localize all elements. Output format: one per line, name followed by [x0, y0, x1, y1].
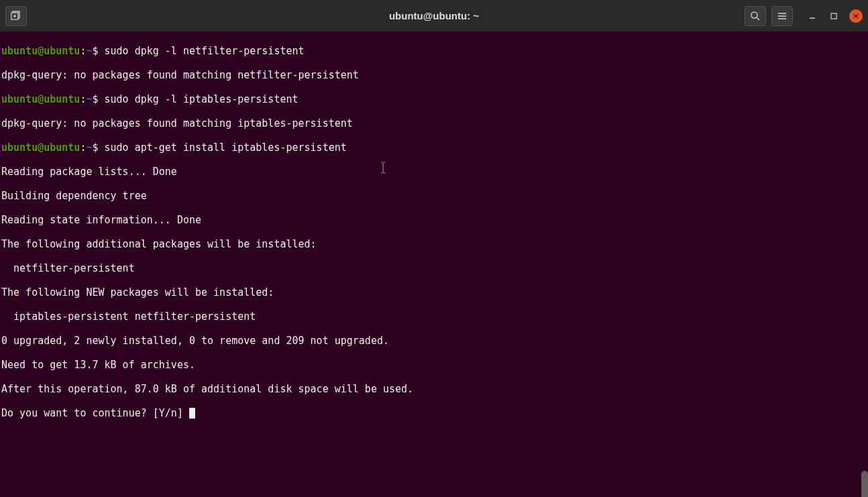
minimize-icon: [808, 12, 816, 20]
svg-point-1: [751, 12, 757, 18]
prompt-user: ubuntu@ubuntu: [1, 93, 80, 105]
maximize-icon: [830, 12, 838, 20]
new-tab-icon: [11, 11, 21, 21]
window-controls: [806, 9, 863, 23]
terminal-line: ubuntu@ubuntu:~$ sudo dpkg -l iptables-p…: [1, 93, 867, 105]
prompt-user: ubuntu@ubuntu: [1, 142, 80, 154]
terminal-line: ubuntu@ubuntu:~$ sudo dpkg -l netfilter-…: [1, 45, 867, 57]
prompt-symbol: $: [92, 93, 98, 105]
prompt-symbol: $: [92, 142, 98, 154]
command-text: sudo dpkg -l iptables-persistent: [99, 93, 299, 105]
terminal-prompt-line: Do you want to continue? [Y/n]: [1, 407, 867, 419]
titlebar-controls: [745, 6, 863, 26]
new-tab-button[interactable]: [5, 6, 27, 26]
terminal-output: Building dependency tree: [1, 190, 867, 202]
prompt-symbol: $: [92, 45, 98, 57]
close-icon: [853, 13, 859, 19]
terminal-output: The following additional packages will b…: [1, 238, 867, 250]
close-button[interactable]: [849, 9, 863, 23]
terminal-output: iptables-persistent netfilter-persistent: [1, 311, 867, 323]
terminal-output: Reading package lists... Done: [1, 166, 867, 178]
svg-line-2: [757, 17, 759, 20]
window-title: ubuntu@ubuntu: ~: [389, 10, 479, 21]
titlebar: ubuntu@ubuntu: ~: [0, 0, 868, 32]
terminal-output: 0 upgraded, 2 newly installed, 0 to remo…: [1, 335, 867, 347]
svg-rect-7: [831, 13, 836, 19]
scrollbar-thumb[interactable]: [861, 471, 868, 497]
search-icon: [750, 11, 761, 21]
terminal-output: netfilter-persistent: [1, 262, 867, 274]
hamburger-menu-button[interactable]: [771, 6, 793, 26]
terminal-output: Need to get 13.7 kB of archives.: [1, 359, 867, 371]
terminal-output: Do you want to continue? [Y/n]: [1, 407, 189, 419]
terminal-line: ubuntu@ubuntu:~$ sudo apt-get install ip…: [1, 142, 867, 154]
minimize-button[interactable]: [806, 10, 818, 22]
search-button[interactable]: [745, 6, 766, 26]
terminal-output: dpkg-query: no packages found matching i…: [1, 117, 867, 129]
terminal-output: dpkg-query: no packages found matching n…: [1, 69, 867, 81]
terminal-output: After this operation, 87.0 kB of additio…: [1, 383, 867, 395]
hamburger-icon: [777, 11, 788, 21]
maximize-button[interactable]: [828, 10, 840, 22]
command-text: sudo apt-get install iptables-persistent: [99, 142, 347, 154]
terminal-output: Reading state information... Done: [1, 214, 867, 226]
terminal-area[interactable]: ubuntu@ubuntu:~$ sudo dpkg -l netfilter-…: [0, 32, 868, 497]
prompt-user: ubuntu@ubuntu: [1, 45, 80, 57]
command-text: sudo dpkg -l netfilter-persistent: [99, 45, 305, 57]
terminal-output: The following NEW packages will be insta…: [1, 286, 867, 298]
terminal-cursor: [189, 408, 195, 419]
